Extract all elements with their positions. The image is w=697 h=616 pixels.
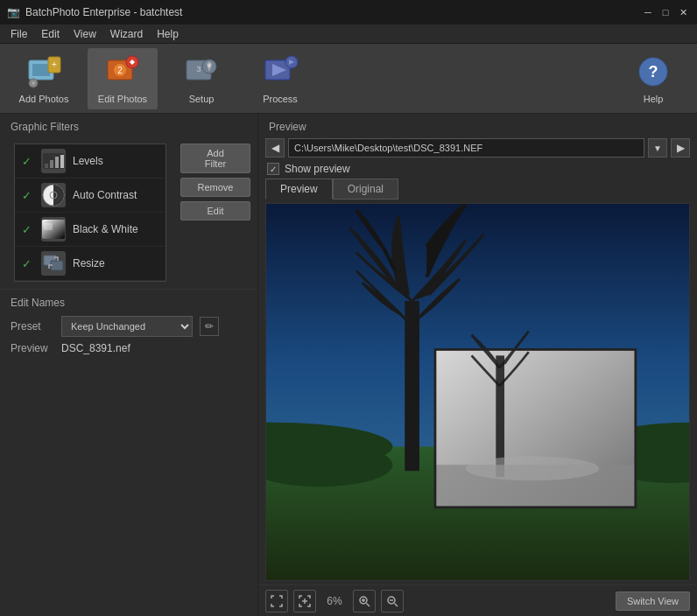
toolbar-add-photos[interactable]: + Add Photos [9,48,79,109]
zoom-level: 6% [321,595,348,607]
svg-rect-25 [44,223,53,230]
svg-rect-32 [405,301,419,471]
edit-photos-icon: 2 [104,53,141,90]
svg-text:3: 3 [196,65,201,74]
toolbar-help[interactable]: ? Help [618,48,688,109]
edit-filter-button[interactable]: Edit [180,201,250,220]
switch-view-button[interactable]: Switch View [616,592,690,611]
filters-list-wrap: ✓ Levels ✓ [7,140,173,285]
prev-file-button[interactable]: ◀ [265,138,285,158]
tab-preview[interactable]: Preview [265,178,333,200]
graphic-filters-header: Graphic Filters [0,114,257,136]
fit-width-icon [271,595,283,607]
process-label: Process [263,94,298,104]
main-content: Graphic Filters ✓ [0,114,697,616]
toolbar-process[interactable]: Process [245,48,315,109]
filter-icon-levels [41,149,66,173]
preview-toolbar: 6% Switch View [258,584,697,616]
actual-size-icon [299,595,311,607]
preset-select[interactable]: Keep UnchangedCustom [61,316,193,337]
svg-rect-19 [50,160,53,168]
tab-original[interactable]: Original [333,178,398,200]
svg-line-46 [367,603,370,606]
fit-width-button[interactable] [265,590,288,612]
preview-name-label: Preview [11,342,54,354]
svg-rect-27 [51,261,63,270]
preset-edit-button[interactable]: ✏ [200,317,219,336]
filter-check-auto-contrast: ✓ [22,189,34,202]
minimize-button[interactable]: ─ [641,5,655,19]
add-filter-button[interactable]: Add Filter [180,144,250,173]
title-bar: 📷 BatchPhoto Enterprise - batchtest ─ □ … [0,0,697,24]
filter-item-resize[interactable]: ✓ Resize [15,247,165,281]
edit-names-section: Edit Names Preset Keep UnchangedCustom ✏… [0,289,257,367]
filter-icon-auto-contrast [41,183,66,207]
zoom-in-icon [358,595,370,607]
show-preview-label: Show preview [285,163,350,175]
toolbar-setup[interactable]: 3 Setup [166,48,236,109]
zoom-in-button[interactable] [353,590,376,612]
title-bar-left: 📷 BatchPhoto Enterprise - batchtest [7,6,182,18]
svg-text:2: 2 [117,66,123,75]
preview-image-container [266,204,689,580]
edit-names-header: Edit Names [11,297,247,309]
filter-item-levels[interactable]: ✓ Levels [15,144,165,178]
svg-point-12 [208,64,211,67]
filter-check-resize: ✓ [22,257,34,270]
menu-help[interactable]: Help [150,26,186,42]
svg-rect-1 [32,64,50,76]
menu-view[interactable]: View [67,26,103,42]
app-icon: 📷 [7,6,20,18]
svg-text:?: ? [649,63,658,80]
preset-row: Preset Keep UnchangedCustom ✏ [11,316,247,337]
add-photos-icon: + [25,53,62,90]
actual-size-button[interactable] [293,590,316,612]
toolbar-edit-photos[interactable]: 2 Edit Photos [88,48,158,109]
preview-image-area [265,203,690,581]
filter-label-auto-contrast: Auto Contrast [73,189,137,201]
close-button[interactable]: ✕ [676,5,690,19]
zoom-out-icon [386,595,398,607]
svg-rect-20 [55,157,59,168]
filters-area: ✓ Levels ✓ [0,140,257,285]
filter-check-levels: ✓ [22,155,34,168]
file-path-dropdown[interactable]: ▼ [648,138,667,158]
title-text: BatchPhoto Enterprise - batchtest [25,6,182,18]
menu-edit[interactable]: Edit [34,26,67,42]
filter-label-levels: Levels [73,155,103,167]
toolbar: + Add Photos 2 Edit Photos 3 [0,44,697,114]
add-photos-label: Add Photos [19,94,69,104]
next-file-button[interactable]: ▶ [671,138,690,158]
preview-filename: DSC_8391.nef [61,342,130,354]
preview-row: Preview DSC_8391.nef [11,342,247,354]
setup-label: Setup [189,94,215,104]
svg-line-49 [395,603,398,606]
menu-wizard[interactable]: Wizard [103,26,150,42]
preview-header: Preview [258,114,697,136]
menu-bar: File Edit View Wizard Help [0,24,697,44]
filters-actions: Add Filter Remove Edit [180,140,257,285]
preview-nav: ◀ ▼ ▶ [258,136,697,159]
filter-label-black-white: Black & White [73,223,138,235]
filter-item-black-white[interactable]: ✓ [15,213,165,247]
show-preview-checkbox[interactable] [267,163,279,175]
setup-icon: 3 [183,53,220,90]
preview-svg [266,204,689,580]
left-panel: Graphic Filters ✓ [0,114,258,616]
right-panel: Preview ◀ ▼ ▶ Show preview Preview Origi… [258,114,697,616]
menu-file[interactable]: File [4,26,34,42]
title-controls: ─ □ ✕ [641,5,690,19]
filters-list: ✓ Levels ✓ [14,144,166,282]
file-path-input[interactable] [288,138,644,158]
filter-icon-black-white [41,217,66,242]
svg-rect-21 [60,155,64,168]
preview-tabs: Preview Original [258,178,697,200]
show-preview-row: Show preview [258,159,697,178]
zoom-out-button[interactable] [381,590,404,612]
filter-item-auto-contrast[interactable]: ✓ Auto Contrast [15,178,165,213]
process-icon [262,53,299,90]
remove-filter-button[interactable]: Remove [180,178,250,197]
maximize-button[interactable]: □ [658,5,672,19]
svg-text:+: + [52,60,57,69]
help-label: Help [644,94,664,104]
